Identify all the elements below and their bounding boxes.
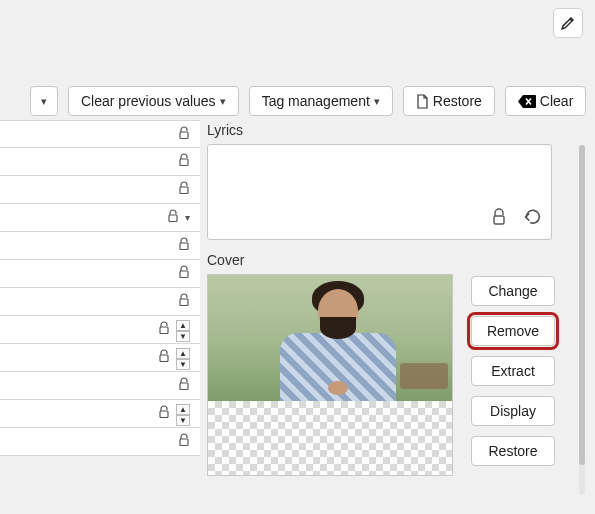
toolbar: ▾ Clear previous values ▾ Tag management… xyxy=(0,84,595,118)
svg-rect-0 xyxy=(180,132,188,139)
tag-management-button[interactable]: Tag management ▾ xyxy=(249,86,393,116)
edit-button[interactable] xyxy=(553,8,583,38)
remove-button[interactable]: Remove xyxy=(471,316,555,346)
restore-label: Restore xyxy=(433,93,482,109)
stepper-up-icon[interactable]: ▲ xyxy=(176,404,190,415)
right-panel: Lyrics Cover xyxy=(207,122,595,514)
cover-image[interactable] xyxy=(207,274,453,476)
field-column: ▾▲▼▲▼▲▼ xyxy=(0,120,200,456)
cover-section-label: Cover xyxy=(207,252,595,268)
document-icon xyxy=(416,94,429,109)
lock-icon[interactable] xyxy=(158,349,170,366)
change-button[interactable]: Change xyxy=(471,276,555,306)
pencil-icon xyxy=(560,15,576,31)
stepper-up-icon[interactable]: ▲ xyxy=(176,320,190,331)
svg-rect-3 xyxy=(169,215,177,222)
svg-rect-2 xyxy=(180,187,188,194)
tag-management-label: Tag management xyxy=(262,93,370,109)
field-row[interactable] xyxy=(0,176,200,204)
app-window: ▾ Clear previous values ▾ Tag management… xyxy=(0,0,595,514)
lyrics-section-label: Lyrics xyxy=(207,122,595,138)
display-button[interactable]: Display xyxy=(471,396,555,426)
restore-cover-button[interactable]: Restore xyxy=(471,436,555,466)
change-label: Change xyxy=(488,283,537,299)
number-stepper[interactable]: ▲▼ xyxy=(176,320,190,340)
svg-rect-11 xyxy=(180,439,188,446)
svg-rect-10 xyxy=(160,411,168,418)
field-row[interactable] xyxy=(0,260,200,288)
clear-previous-label: Clear previous values xyxy=(81,93,216,109)
svg-rect-4 xyxy=(180,243,188,250)
photo-person-beard xyxy=(320,317,356,339)
lyrics-textarea[interactable] xyxy=(207,144,552,240)
lyrics-footer xyxy=(491,206,543,233)
svg-rect-8 xyxy=(160,355,168,362)
svg-rect-12 xyxy=(494,216,504,224)
extract-label: Extract xyxy=(491,363,535,379)
cover-photo xyxy=(208,275,453,401)
chevron-down-icon[interactable]: ▾ xyxy=(185,212,190,223)
svg-rect-9 xyxy=(180,383,188,390)
lock-icon[interactable] xyxy=(178,433,190,450)
field-row[interactable]: ▲▼ xyxy=(0,344,200,372)
clear-label-icon xyxy=(518,95,536,108)
svg-rect-6 xyxy=(180,299,188,306)
lock-icon[interactable] xyxy=(178,237,190,254)
lock-icon[interactable] xyxy=(158,405,170,422)
stepper-up-icon[interactable]: ▲ xyxy=(176,348,190,359)
field-row[interactable] xyxy=(0,288,200,316)
number-stepper[interactable]: ▲▼ xyxy=(176,348,190,368)
cover-button-column: Change Remove Extract Display Restore xyxy=(471,274,555,476)
photo-bench xyxy=(400,363,448,389)
lock-icon[interactable] xyxy=(178,377,190,394)
lock-icon[interactable] xyxy=(178,181,190,198)
display-label: Display xyxy=(490,403,536,419)
clear-previous-button[interactable]: Clear previous values ▾ xyxy=(68,86,239,116)
scrollbar-thumb[interactable] xyxy=(579,145,585,465)
lock-icon[interactable] xyxy=(158,321,170,338)
photo-person-hands xyxy=(328,381,348,395)
lock-icon[interactable] xyxy=(167,209,179,226)
number-stepper[interactable]: ▲▼ xyxy=(176,404,190,424)
clear-button[interactable]: Clear xyxy=(505,86,586,116)
field-row[interactable]: ▾ xyxy=(0,204,200,232)
stepper-down-icon[interactable]: ▼ xyxy=(176,415,190,426)
cover-area: Change Remove Extract Display Restore xyxy=(207,274,595,476)
field-row[interactable] xyxy=(0,372,200,400)
lock-icon[interactable] xyxy=(178,126,190,143)
vertical-scrollbar[interactable] xyxy=(579,145,585,495)
lock-icon[interactable] xyxy=(491,208,507,231)
remove-label: Remove xyxy=(487,323,539,339)
field-row[interactable]: ▲▼ xyxy=(0,316,200,344)
toolbar-dropdown-1[interactable]: ▾ xyxy=(30,86,58,116)
caret-down-icon: ▾ xyxy=(220,95,226,108)
field-row[interactable] xyxy=(0,428,200,456)
svg-rect-7 xyxy=(160,327,168,334)
lock-icon[interactable] xyxy=(178,265,190,282)
svg-rect-1 xyxy=(180,159,188,166)
chevron-down-icon: ▾ xyxy=(41,95,47,108)
lock-icon[interactable] xyxy=(178,293,190,310)
field-row[interactable] xyxy=(0,232,200,260)
restore-cover-label: Restore xyxy=(488,443,537,459)
svg-rect-5 xyxy=(180,271,188,278)
restore-button[interactable]: Restore xyxy=(403,86,495,116)
field-row[interactable] xyxy=(0,120,200,148)
extract-button[interactable]: Extract xyxy=(471,356,555,386)
field-row[interactable] xyxy=(0,148,200,176)
undo-icon[interactable] xyxy=(521,206,543,233)
lock-icon[interactable] xyxy=(178,153,190,170)
stepper-down-icon[interactable]: ▼ xyxy=(176,359,190,370)
stepper-down-icon[interactable]: ▼ xyxy=(176,331,190,342)
caret-down-icon: ▾ xyxy=(374,95,380,108)
field-row[interactable]: ▲▼ xyxy=(0,400,200,428)
cover-transparency-grid xyxy=(208,401,453,476)
clear-tag-label: Clear xyxy=(540,93,573,109)
